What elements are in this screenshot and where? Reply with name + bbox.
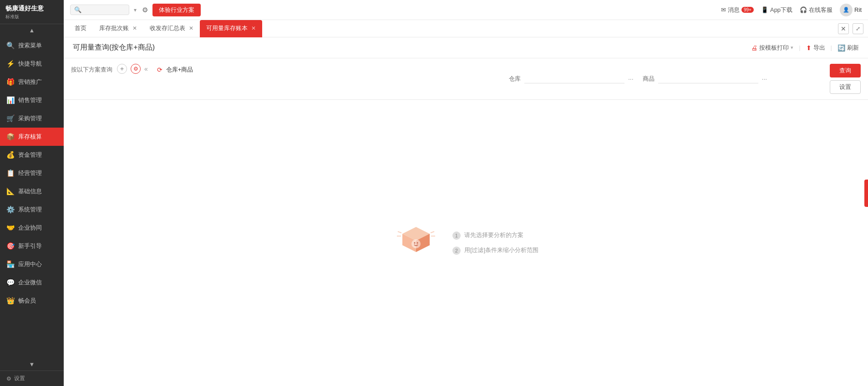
sidebar-item-purchase[interactable]: 🛒 采购管理 [0, 109, 64, 128]
sidebar: 畅康通好生意 标准版 ▲ 🔍 搜索菜单 ⚡ 快捷导航 🎁 营销推广 📊 销售管理… [0, 0, 64, 386]
app-download-action[interactable]: 📱 App下载 [761, 6, 792, 14]
sales-icon: 📊 [6, 96, 15, 104]
topbar-search-icon: 🔍 [74, 6, 81, 13]
warehouse-input[interactable] [524, 74, 624, 83]
filter-scheme-warehouse-product[interactable]: ⟳ 仓库+商品 [152, 64, 504, 76]
app-download-label: App下载 [770, 6, 792, 14]
sidebar-menu: 🔍 搜索菜单 ⚡ 快捷导航 🎁 营销推广 📊 销售管理 🛒 采购管理 📦 库存核… [0, 36, 64, 358]
tab-available-qty-label: 可用量库存账本 [206, 24, 248, 32]
empty-box-svg [393, 220, 439, 266]
tip-text-1: 请先选择要分析的方案 [464, 231, 523, 239]
product-more-icon[interactable]: ··· [762, 75, 767, 82]
tab-home[interactable]: 首页 [68, 20, 93, 37]
shortcut-icon: ⚡ [6, 60, 15, 68]
topbar-search-box[interactable]: 🔍 [70, 5, 129, 15]
filter-inputs: 仓库 ··· 商品 ··· 查询 设置 [504, 64, 861, 94]
topbar-chevron-icon[interactable]: ▾ [134, 7, 137, 13]
sidebar-item-sales[interactable]: 📊 销售管理 [0, 91, 64, 109]
refresh-label: 刷新 [847, 44, 859, 52]
sidebar-settings[interactable]: ⚙ 设置 [0, 371, 64, 386]
svg-point-3 [411, 239, 421, 248]
purchase-icon: 🛒 [6, 114, 15, 123]
app-tag: 标准版 [5, 14, 58, 20]
trial-button[interactable]: 体验行业方案 [152, 4, 201, 16]
avatar: 👤 [840, 4, 853, 16]
member-icon: 👑 [6, 297, 15, 305]
content-area: 可用量查询(按仓库+商品) 🖨 按模板打印 ▾ | ⬆ 导出 | 🔄 刷新 [64, 37, 868, 386]
tab-receive-summary[interactable]: 收发存汇总表 ✕ [143, 20, 200, 37]
user-profile[interactable]: 👤 Rit [840, 4, 862, 16]
tab-batch-account[interactable]: 库存批次账 ✕ [93, 20, 143, 37]
sidebar-item-label: 企业微信 [18, 278, 42, 287]
sidebar-item-label: 畅会员 [18, 297, 36, 305]
appstore-icon: 🏪 [6, 260, 15, 268]
sidebar-scroll-up[interactable]: ▲ [0, 24, 64, 36]
divider: | [799, 44, 800, 51]
product-input-group: 商品 ··· [643, 74, 767, 83]
empty-tip-1: 1 请先选择要分析的方案 [452, 231, 538, 240]
refresh-icon: 🔄 [838, 44, 845, 51]
tab-expand-button[interactable]: ⤢ [853, 23, 863, 34]
filter-area: 按以下方案查询 ＋ ⚙ « ⟳ 仓库+商品 仓库 ··· 商品 [64, 58, 868, 100]
filter-add-button[interactable]: ＋ [117, 64, 127, 74]
tab-home-label: 首页 [75, 24, 86, 32]
message-action[interactable]: ✉ 消息 99+ [721, 6, 754, 14]
sidebar-item-system[interactable]: ⚙️ 系统管理 [0, 201, 64, 219]
wechat-icon: 💬 [6, 278, 15, 287]
sidebar-item-basic[interactable]: 📐 基础信息 [0, 182, 64, 201]
query-button[interactable]: 查询 [830, 64, 861, 77]
tip-num-2: 2 [452, 247, 461, 255]
tab-receive-summary-label: 收发存汇总表 [150, 24, 185, 32]
avatar-placeholder: 👤 [843, 7, 849, 13]
finance-icon: 💰 [6, 151, 15, 159]
tab-available-qty-close[interactable]: ✕ [251, 25, 256, 31]
print-label: 按模板打印 [759, 44, 789, 52]
product-input[interactable] [658, 74, 758, 83]
message-badge: 99+ [741, 7, 754, 13]
refresh-button[interactable]: 🔄 刷新 [838, 44, 859, 52]
online-service-action[interactable]: 🎧 在线客服 [800, 6, 832, 14]
tip-num-1: 1 [452, 232, 461, 240]
export-button[interactable]: ⬆ 导出 [806, 44, 825, 52]
sidebar-item-marketing[interactable]: 🎁 营销推广 [0, 73, 64, 91]
sidebar-item-search[interactable]: 🔍 搜索菜单 [0, 36, 64, 55]
print-template-button[interactable]: 🖨 按模板打印 ▾ [751, 44, 793, 52]
tab-close-all-button[interactable]: ✕ [838, 23, 849, 34]
system-icon: ⚙️ [6, 206, 15, 214]
query-actions: 查询 设置 [830, 64, 861, 94]
message-label: 消息 [728, 6, 740, 14]
sidebar-scroll-down[interactable]: ▼ [0, 358, 64, 371]
filter-collapse-icon[interactable]: « [144, 65, 148, 72]
marketing-icon: 🎁 [6, 78, 15, 86]
topbar-gear-icon[interactable]: ⚙ [142, 6, 148, 14]
sidebar-item-newbie[interactable]: 🎯 新手引导 [0, 237, 64, 255]
sidebar-item-finance[interactable]: 💰 资金管理 [0, 146, 64, 164]
topbar-search-input[interactable] [84, 7, 125, 13]
sidebar-item-appstore[interactable]: 🏪 应用中心 [0, 255, 64, 273]
sidebar-item-inventory[interactable]: 📦 库存核算 [0, 128, 64, 146]
page-header-actions: 🖨 按模板打印 ▾ | ⬆ 导出 | 🔄 刷新 [751, 44, 859, 52]
sidebar-item-enterprise[interactable]: 🤝 企业协同 [0, 219, 64, 237]
filter-settings-button[interactable]: ⚙ [131, 64, 141, 74]
sidebar-item-shortcut[interactable]: ⚡ 快捷导航 [0, 55, 64, 73]
newbie-icon: 🎯 [6, 242, 15, 250]
online-service-label: 在线客服 [809, 6, 832, 14]
settings-button[interactable]: 设置 [830, 80, 861, 94]
empty-content: 1 请先选择要分析的方案 2 用[过滤]条件来缩小分析范围 [393, 220, 538, 266]
topbar: 🔍 ▾ ⚙ 体验行业方案 ✉ 消息 99+ 📱 App下载 🎧 在线客服 👤 [64, 0, 868, 20]
sidebar-item-member[interactable]: 👑 畅会员 [0, 292, 64, 310]
sidebar-item-operations[interactable]: 📋 经营管理 [0, 164, 64, 182]
headset-icon: 🎧 [800, 6, 807, 13]
right-edge-indicator [864, 180, 868, 207]
tab-receive-summary-close[interactable]: ✕ [189, 25, 193, 31]
empty-illustration [393, 220, 439, 266]
sidebar-item-label: 新手引导 [18, 242, 42, 250]
sidebar-item-wechat[interactable]: 💬 企业微信 [0, 273, 64, 292]
sidebar-item-label: 搜索菜单 [18, 41, 42, 50]
warehouse-more-icon[interactable]: ··· [628, 75, 634, 82]
tab-batch-account-close[interactable]: ✕ [132, 25, 137, 31]
settings-icon: ⚙ [6, 376, 11, 382]
tab-available-qty[interactable]: 可用量库存账本 ✕ [200, 20, 262, 37]
sidebar-item-label: 快捷导航 [18, 60, 42, 68]
sidebar-item-label: 应用中心 [18, 260, 42, 268]
